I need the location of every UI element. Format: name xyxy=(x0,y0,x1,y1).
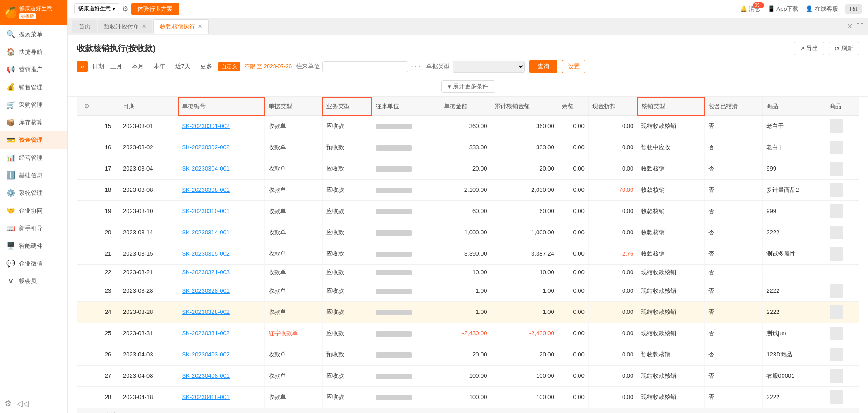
sidebar-item-sales[interactable]: 💰 销售管理 xyxy=(0,78,67,96)
sidebar-item-member[interactable]: V 畅会员 xyxy=(0,272,67,290)
filter-expand-btn[interactable]: » xyxy=(77,61,88,72)
main-content: 畅康道好生意 ▾ ⚙ 体验行业方案 🔔 消息 99+ 📱 App下载 👤 在线客… xyxy=(68,0,868,413)
cell-gear xyxy=(77,386,97,408)
sidebar-item-wechat[interactable]: 💬 企业微信 xyxy=(0,255,67,272)
table-row[interactable]: 18 2023-03-08 SK-20230308-001 收款单 应收款 2,… xyxy=(77,179,859,200)
solution-btn[interactable]: 体验行业方案 xyxy=(131,3,179,15)
table-row[interactable]: 20 2023-03-14 SK-20230314-001 收款单 应收款 1,… xyxy=(77,222,859,243)
table-row[interactable]: 22 2023-03-21 SK-20230321-003 收款单 应收款 10… xyxy=(77,264,859,280)
cell-counterpart xyxy=(372,323,440,344)
cell-date: 2023-03-28 xyxy=(119,280,178,301)
table-row[interactable]: 17 2023-03-04 SK-20230304-001 收款单 应收款 20… xyxy=(77,158,859,179)
cell-date: 2023-03-28 xyxy=(119,301,178,323)
sidebar-item-operations[interactable]: 📊 经营管理 xyxy=(0,149,67,166)
topbar-gear-icon[interactable]: ⚙ xyxy=(122,5,128,13)
cell-gear xyxy=(77,137,97,158)
sidebar-item-quick-nav[interactable]: 🏠 快捷导航 xyxy=(0,43,67,61)
settings-gear-icon[interactable]: ⚙ xyxy=(5,399,12,408)
export-btn[interactable]: ↗ 导出 xyxy=(794,42,824,55)
date-btn-last-month[interactable]: 上月 xyxy=(107,61,126,72)
query-btn[interactable]: 查询 xyxy=(529,60,557,73)
cell-bill-type: 收款单 xyxy=(264,115,322,137)
bill-no-link[interactable]: SK-20230328-001 xyxy=(182,287,230,294)
bill-no-link[interactable]: SK-20230308-001 xyxy=(182,186,230,193)
tab-close-prepay[interactable]: ✕ xyxy=(142,24,146,29)
online-service-area[interactable]: 👤 在线客服 xyxy=(806,5,838,13)
message-area[interactable]: 🔔 消息 99+ xyxy=(740,5,761,13)
tab-prepay[interactable]: 预收冲应付单 ✕ xyxy=(98,20,152,33)
bill-no-link[interactable]: SK-20230304-001 xyxy=(182,165,230,172)
table-row[interactable]: 24 2023-03-28 SK-20230328-002 收款单 应收款 1.… xyxy=(77,301,859,323)
counterpart-input[interactable] xyxy=(322,61,408,72)
sidebar-item-enterprise[interactable]: 🤝 企业协同 xyxy=(0,202,67,219)
cell-cash-discount: 0.00 xyxy=(588,222,637,243)
date-btn-this-year[interactable]: 本年 xyxy=(150,61,169,72)
cell-balance: 0.00 xyxy=(558,365,588,386)
settings-btn[interactable]: 设置 xyxy=(562,60,585,73)
bill-no-link[interactable]: SK-20230301-002 xyxy=(182,123,230,129)
table-row[interactable]: 27 2023-04-08 SK-20230408-001 收款单 应收款 10… xyxy=(77,365,859,386)
cell-bill-type: 收款单 xyxy=(264,280,322,301)
bill-no-link[interactable]: SK-20230418-001 xyxy=(182,394,230,400)
collapse-icon[interactable]: ◁◁ xyxy=(16,399,29,408)
user-name[interactable]: Rit xyxy=(845,4,862,14)
filter-date-group: 日期 上月 本月 本年 近7天 更多 自定义 xyxy=(92,61,240,72)
table-row[interactable]: 28 2023-04-18 SK-20230418-001 收款单 应收款 10… xyxy=(77,386,859,408)
expand-more-btn[interactable]: ▾ 展开更多条件 xyxy=(441,80,495,93)
bill-no-link[interactable]: SK-20230315-002 xyxy=(182,250,230,257)
sidebar-item-finance[interactable]: 💳 资金管理 xyxy=(0,131,67,149)
cell-verify-type: 预收款核销 xyxy=(637,344,704,365)
bill-no-link[interactable]: SK-20230321-003 xyxy=(182,269,230,275)
table-row[interactable]: 23 2023-03-28 SK-20230328-001 收款单 应收款 1.… xyxy=(77,280,859,301)
cell-gear xyxy=(77,115,97,137)
bill-no-link[interactable]: SK-20230403-002 xyxy=(182,351,230,358)
cell-gear xyxy=(77,158,97,179)
sidebar-item-inventory[interactable]: 📦 库存核算 xyxy=(0,114,67,131)
cell-rownum: 20 xyxy=(97,222,119,243)
table-row[interactable]: 21 2023-03-15 SK-20230315-002 收款单 应收款 3,… xyxy=(77,243,859,264)
bill-no-link[interactable]: SK-20230302-002 xyxy=(182,144,230,151)
cell-counterpart xyxy=(372,200,440,222)
bill-no-link[interactable]: SK-20230408-001 xyxy=(182,372,230,379)
sidebar-item-marketing[interactable]: 📢 营销推广 xyxy=(0,61,67,78)
cell-biz-type: 应收款 xyxy=(322,158,372,179)
tab-verify[interactable]: 收款核销执行 ✕ xyxy=(153,19,209,34)
maximize-tab-btn[interactable]: ⛶ xyxy=(856,22,863,31)
bill-no-link[interactable]: SK-20230310-001 xyxy=(182,208,230,214)
close-tab-btn[interactable]: ✕ xyxy=(847,22,853,31)
refresh-btn[interactable]: ↺ 刷新 xyxy=(829,42,859,55)
date-btn-more[interactable]: 更多 xyxy=(197,61,216,72)
sidebar-item-guide[interactable]: 📖 新手引导 xyxy=(0,219,67,237)
export-icon: ↗ xyxy=(800,45,805,52)
date-btn-7days[interactable]: 近7天 xyxy=(172,61,194,72)
table-row[interactable]: 26 2023-04-03 SK-20230403-002 收款单 预收款 20… xyxy=(77,344,859,365)
bill-no-link[interactable]: SK-20230314-001 xyxy=(182,229,230,236)
col-gear[interactable]: ⚙ xyxy=(77,97,97,115)
cell-bill-type: 收款单 xyxy=(264,200,322,222)
tab-close-verify[interactable]: ✕ xyxy=(198,24,202,29)
col-verify-type: 核销类型 xyxy=(637,97,704,115)
bill-type-select[interactable] xyxy=(453,61,525,73)
cell-biz-type: 预收款 xyxy=(322,344,372,365)
table-row[interactable]: 15 2023-03-01 SK-20230301-002 收款单 应收款 36… xyxy=(77,115,859,137)
finance-icon: 💳 xyxy=(6,136,15,144)
date-custom-btn[interactable]: 自定义 xyxy=(218,62,240,71)
sidebar-item-search[interactable]: 🔍 搜索菜单 xyxy=(0,25,67,43)
sidebar-item-purchase[interactable]: 🛒 采购管理 xyxy=(0,96,67,114)
table-row[interactable]: 19 2023-03-10 SK-20230310-001 收款单 应收款 60… xyxy=(77,200,859,222)
cell-product: 老白干 xyxy=(763,137,826,158)
table-row[interactable]: 16 2023-03-02 SK-20230302-002 收款单 预收款 33… xyxy=(77,137,859,158)
sidebar-item-system[interactable]: ⚙️ 系统管理 xyxy=(0,184,67,202)
table-row[interactable]: 25 2023-03-31 SK-20230331-002 红字收款单 应收款 … xyxy=(77,323,859,344)
sidebar-item-basic[interactable]: ℹ️ 基础信息 xyxy=(0,166,67,184)
date-display: 不限 至 2023-07-26 xyxy=(245,63,292,71)
tab-home[interactable]: 首页 xyxy=(72,20,97,33)
bill-no-link[interactable]: SK-20230331-002 xyxy=(182,330,230,337)
cell-include-settled: 否 xyxy=(704,386,763,408)
cell-date: 2023-03-31 xyxy=(119,323,178,344)
bill-no-link[interactable]: SK-20230328-002 xyxy=(182,309,230,315)
sidebar-item-hardware[interactable]: 🖥️ 智能硬件 xyxy=(0,237,67,255)
date-btn-this-month[interactable]: 本月 xyxy=(128,61,147,72)
app-download-area[interactable]: 📱 App下载 xyxy=(768,5,798,13)
company-selector[interactable]: 畅康道好生意 ▾ xyxy=(74,3,119,14)
